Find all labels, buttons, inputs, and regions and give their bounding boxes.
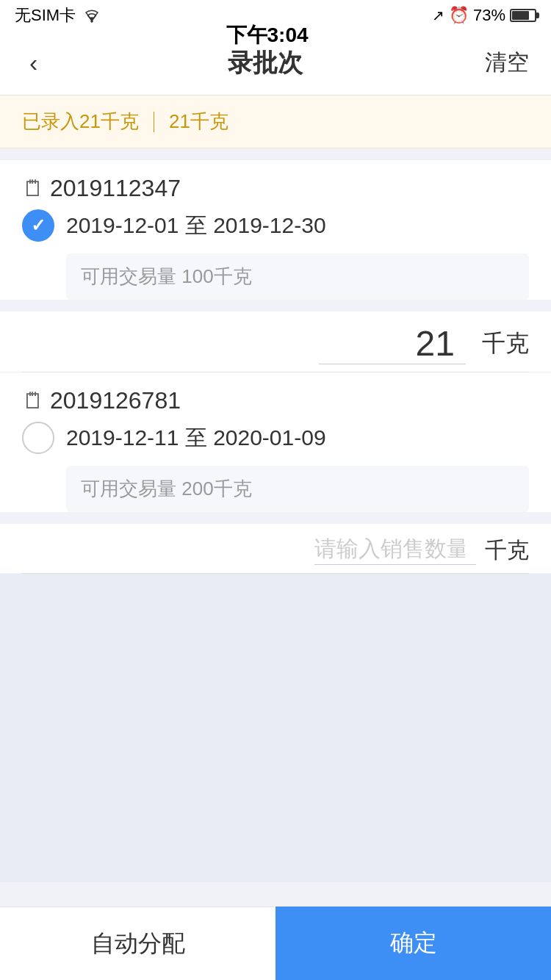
batch2-date: 2019-12-11 至 2020-01-09	[66, 423, 326, 453]
confirm-button[interactable]: 确定	[276, 907, 551, 980]
batch1-id: 2019112347	[50, 175, 181, 202]
banner-divider	[154, 112, 154, 132]
back-button[interactable]: ‹	[22, 41, 45, 84]
batch1-qty-input[interactable]	[319, 323, 466, 364]
total-amount: 21千克	[169, 109, 228, 134]
batch2-input-row: 千克	[0, 524, 551, 573]
batch1-radio[interactable]	[22, 209, 54, 242]
batch1-unit: 千克	[482, 328, 529, 360]
info-banner: 已录入21千克 21千克	[0, 96, 551, 148]
bottom-bar: 自动分配 确定	[0, 907, 551, 980]
wifi-icon	[82, 7, 102, 24]
battery-percent: 73%	[473, 6, 505, 25]
battery-icon	[510, 9, 536, 22]
location-icon: ↗	[432, 7, 444, 24]
batch1-avail-box: 可用交易量 100千克	[66, 253, 529, 300]
batch1-doc-icon: 🗒	[22, 176, 44, 201]
batch2-id: 2019126781	[50, 387, 181, 414]
batch2-avail-text: 可用交易量 200千克	[81, 478, 252, 500]
svg-point-0	[90, 20, 93, 23]
batch2-date-row: 2019-12-11 至 2020-01-09	[22, 422, 529, 454]
batch2-qty-input[interactable]	[314, 536, 476, 565]
page-title: 录批次	[228, 46, 303, 80]
batch1-date-row: 2019-12-01 至 2019-12-30	[22, 209, 529, 242]
batch1-qty-row: 千克	[0, 311, 551, 372]
batch1-card: 🗒 2019112347 2019-12-01 至 2019-12-30 可用交…	[0, 160, 551, 300]
batch2-card: 🗒 2019126781 2019-12-11 至 2020-01-09 可用交…	[0, 372, 551, 512]
batch2-unit: 千克	[485, 536, 529, 566]
batch1-avail-text: 可用交易量 100千克	[81, 265, 252, 287]
status-bar: 无SIM卡 下午3:04 ↗ ⏰ 73%	[0, 0, 551, 31]
batch1-date: 2019-12-01 至 2019-12-30	[66, 211, 326, 241]
status-right: ↗ ⏰ 73%	[432, 6, 536, 25]
batch1-header: 🗒 2019112347	[22, 175, 529, 202]
batch2-radio[interactable]	[22, 422, 54, 454]
alarm-icon: ⏰	[449, 6, 469, 25]
carrier-text: 无SIM卡	[15, 4, 76, 26]
batch2-avail-box: 可用交易量 200千克	[66, 466, 529, 512]
status-time: 下午3:04	[226, 21, 309, 49]
auto-distribute-button[interactable]: 自动分配	[0, 907, 276, 980]
clear-button[interactable]: 清空	[485, 48, 529, 78]
status-carrier: 无SIM卡	[15, 4, 102, 26]
batch2-doc-icon: 🗒	[22, 389, 44, 414]
empty-area	[0, 574, 551, 882]
batch2-header: 🗒 2019126781	[22, 387, 529, 414]
recorded-amount: 已录入21千克	[22, 109, 139, 134]
